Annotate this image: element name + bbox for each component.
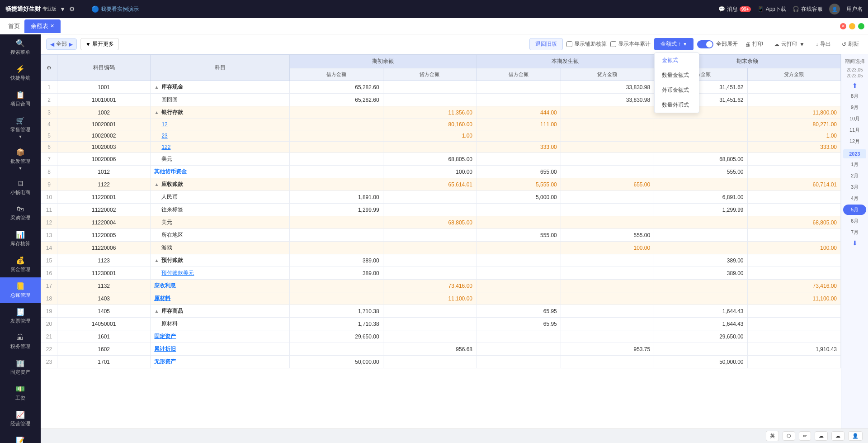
col-settings[interactable]: ⚙ xyxy=(41,55,57,81)
sidebar-item-inventory[interactable]: 📊 库存核算 xyxy=(0,226,41,252)
win-close-btn[interactable]: ✕ xyxy=(840,23,846,29)
download-btn[interactable]: 📱 App下载 xyxy=(757,5,786,13)
month-9[interactable]: 9月 xyxy=(843,102,866,113)
win-minimize-btn[interactable] xyxy=(849,23,855,29)
lang-btn[interactable]: 英 xyxy=(766,431,779,441)
sidebar-item-invoice[interactable]: 🧾 发票管理 xyxy=(0,303,41,329)
tab-close-icon[interactable]: ✕ xyxy=(50,23,54,29)
toggle-switch-icon[interactable] xyxy=(697,40,713,48)
retail-icon: 🛒 xyxy=(16,116,25,125)
row-name-5[interactable]: 122 xyxy=(151,142,290,153)
sidebar-item-retail[interactable]: 🛒 零售管理 ▼ xyxy=(0,112,41,143)
menu-item-qty-amount[interactable]: 数量金额式 xyxy=(655,68,699,83)
row-name-15[interactable]: 预付账款美元 xyxy=(151,267,290,280)
row-name-22[interactable]: 无形资产 xyxy=(151,356,290,368)
support-btn[interactable]: 🎧 在线客服 xyxy=(793,5,823,13)
month-4[interactable]: 4月 xyxy=(843,193,866,204)
print-btn[interactable]: 🖨 打印 xyxy=(741,38,767,50)
quicknav-icon: ⚡ xyxy=(16,65,25,73)
sidebar-item-ledger[interactable]: 📒 总账管理 xyxy=(0,277,41,303)
edit-icon[interactable]: ✏ xyxy=(799,431,811,441)
expand-more-btn[interactable]: ▼ 展开更多 xyxy=(80,38,119,50)
row-ob-debit-20: 29,650.00 xyxy=(290,330,383,343)
month-1[interactable]: 1月 xyxy=(843,159,866,170)
sidebar-item-wholesale[interactable]: 📦 批发管理 ▼ xyxy=(0,143,41,175)
cloud-icon-2[interactable]: ☁ xyxy=(831,431,844,441)
user-avatar[interactable]: 👤 xyxy=(829,4,840,14)
right-panel-title: 期间选择 xyxy=(845,58,865,65)
auxiliary-checkbox[interactable] xyxy=(566,41,572,47)
sidebar-item-finance[interactable]: 💰 资金管理 xyxy=(0,252,41,277)
assets-icon: 🏢 xyxy=(16,359,25,367)
demo-link[interactable]: 🔵 我要看实例演示 xyxy=(91,5,139,13)
row-pa-debit-18: 65.95 xyxy=(476,305,561,318)
row-ob-credit-4: 1.00 xyxy=(383,130,476,142)
month-3[interactable]: 3月 xyxy=(843,182,866,192)
period-up-icon[interactable]: ⬆ xyxy=(851,81,859,90)
show-auxiliary-check[interactable]: 显示辅助核算 xyxy=(566,40,607,48)
cloud-icon-1[interactable]: ☁ xyxy=(815,431,828,441)
ytd-checkbox[interactable] xyxy=(610,41,616,47)
row-pa-debit-11 xyxy=(476,216,561,229)
print-icon: 🖨 xyxy=(745,41,750,48)
all-expand-toggle[interactable]: 全部展开 xyxy=(697,40,738,48)
row-pa-debit-2: 444.00 xyxy=(476,106,561,119)
top-actions: 💬 消息 99+ 📱 App下载 🎧 在线客服 👤 用户名 xyxy=(718,4,863,14)
tab-balance[interactable]: 余额表 ✕ xyxy=(24,19,61,33)
user-icon[interactable]: 👤 xyxy=(848,431,863,441)
month-12[interactable]: 12月 xyxy=(843,136,866,147)
month-6[interactable]: 6月 xyxy=(843,216,866,226)
hex-icon[interactable]: ⬡ xyxy=(783,431,795,441)
export-btn[interactable]: ↓ 导出 xyxy=(812,38,835,50)
refresh-btn[interactable]: ↺ 刷新 xyxy=(838,38,863,50)
col-pa-debit-header: 借方金额 xyxy=(476,68,561,81)
cloud-print-btn[interactable]: ☁ 云打印 ▼ xyxy=(770,38,808,50)
month-5[interactable]: 5月 xyxy=(843,205,866,215)
row-name-20[interactable]: 固定资产 xyxy=(151,330,290,343)
row-ob-debit-21 xyxy=(290,343,383,356)
breadcrumb-forward-icon[interactable]: ▶ xyxy=(69,41,73,48)
row-ob-debit-17 xyxy=(290,292,383,305)
year-2023[interactable]: 2023 xyxy=(843,149,866,158)
row-name-21[interactable]: 累计折旧 xyxy=(151,343,290,356)
show-ytd-check[interactable]: 显示本年累计 xyxy=(610,40,651,48)
sidebar-item-quicknav[interactable]: ⚡ 快捷导航 xyxy=(0,60,41,86)
table-row: 18 1403 原材料 11,100.00 11,100.00 xyxy=(41,292,841,305)
message-btn[interactable]: 💬 消息 99+ xyxy=(718,5,751,13)
period-down-icon[interactable]: ⬇ xyxy=(851,238,859,248)
settings-gear-icon[interactable]: ⚙ xyxy=(69,5,75,13)
sidebar-item-tax[interactable]: 🏛 税务管理 xyxy=(0,329,41,354)
logo-dropdown[interactable]: ▼ xyxy=(60,6,66,13)
menu-item-qty-foreign[interactable]: 数量外币式 xyxy=(655,98,699,113)
win-maximize-btn[interactable] xyxy=(858,23,864,29)
month-7[interactable]: 7月 xyxy=(843,227,866,238)
back-old-version-btn[interactable]: 退回旧版 xyxy=(529,38,563,50)
sidebar-item-ecommerce[interactable]: 🖥 小畅电商 xyxy=(0,175,41,200)
month-2[interactable]: 2月 xyxy=(843,171,866,181)
row-pa-credit-15 xyxy=(561,267,654,280)
row-name-4[interactable]: 23 xyxy=(151,130,290,142)
row-name-16[interactable]: 应收利息 xyxy=(151,280,290,292)
sidebar-item-payroll[interactable]: 💵 工资 xyxy=(0,380,41,406)
row-name-3[interactable]: 12 xyxy=(151,119,290,130)
row-name-7[interactable]: 其他货币资金 xyxy=(151,166,290,178)
menu-item-foreign-amount[interactable]: 外币金额式 xyxy=(655,83,699,98)
month-11[interactable]: 11月 xyxy=(843,125,866,135)
breadcrumb-back-icon[interactable]: ◀ xyxy=(50,41,54,48)
purchase-icon: 🛍 xyxy=(17,205,24,213)
sidebar-item-purchase[interactable]: 🛍 采购管理 xyxy=(0,200,41,226)
mode-dropdown-btn[interactable]: 金额式 ↑ ▼ xyxy=(654,38,693,50)
row-name-17[interactable]: 原材料 xyxy=(151,292,290,305)
menu-item-amount[interactable]: 金额式 xyxy=(655,53,699,68)
sidebar-item-project[interactable]: 📋 项目合同 xyxy=(0,86,41,112)
tab-home[interactable]: 首页 xyxy=(4,19,24,33)
sidebar-item-smallreport[interactable]: 📝 小畅报销 xyxy=(0,432,41,443)
row-ob-credit-18 xyxy=(383,305,476,318)
month-10[interactable]: 10月 xyxy=(843,114,866,124)
sidebar-item-operations[interactable]: 📈 经营管理 xyxy=(0,406,41,432)
project-icon: 📋 xyxy=(16,91,25,99)
refresh-icon: ↺ xyxy=(842,41,846,48)
sidebar-item-search[interactable]: 🔍 搜索菜单 xyxy=(0,34,41,60)
sidebar-item-assets[interactable]: 🏢 固定资产 xyxy=(0,354,41,380)
month-8[interactable]: 8月 xyxy=(843,91,866,101)
